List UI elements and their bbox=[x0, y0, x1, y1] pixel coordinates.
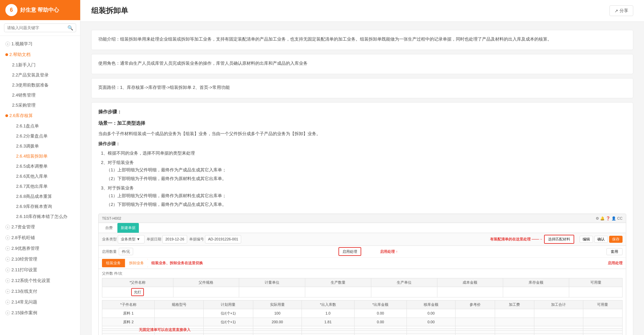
cell-child-1: 原料 1 bbox=[102, 309, 155, 318]
cell-prod-qty bbox=[305, 287, 371, 297]
search-area: 🔍 bbox=[0, 20, 80, 36]
step-3: 3、对于拆装业务 （1）上部明细为父件明细，最终作为原材料生成其它出库单； （2… bbox=[101, 184, 626, 208]
sidebar-item-ops[interactable]: + 2.10经营管理 bbox=[0, 254, 80, 265]
sidebar-item-label: 2.14常见问题 bbox=[11, 299, 37, 305]
expand-icon: + bbox=[5, 289, 10, 294]
intro-role-text: 使用角色：通常由生产人员或库管人员完成拆装业务的操作，库管人员确认原材料的出库和… bbox=[98, 60, 626, 67]
mock-enable-field[interactable]: 启用处理 bbox=[338, 247, 361, 256]
step-2-2: （2）下部明细为子件明细，最终作为原材料生成其它出库单。 bbox=[106, 175, 626, 182]
sidebar-item-newcomer[interactable]: 2.1新手入门 bbox=[0, 60, 80, 70]
sidebar: 6 好生意 帮助中心 🔍 + 1.视频学习 2.帮助文档 2.1新手入门 2.2… bbox=[0, 0, 80, 335]
mock-toolbar: 业务类型 业务类型 ▼ 单据日期 2019-12-26 单据编号 AD-2019… bbox=[99, 233, 626, 246]
sidebar-item-label: 2.7资金管理 bbox=[11, 224, 35, 230]
search-input-wrap[interactable]: 🔍 bbox=[4, 23, 76, 32]
page-title: 组装拆卸单 bbox=[91, 6, 128, 16]
sidebar-item-prepare[interactable]: 2.3使用前数据准备 bbox=[0, 80, 80, 90]
mock-lower-section: *子件名称 规格型号 计划用量 实际用量 *出入库数 *出库金额 移库金额 参考… bbox=[99, 299, 626, 335]
sidebar-item-inv-10[interactable]: 2.6.10库存账本错了怎么办 bbox=[0, 212, 80, 222]
steps-list: 1、根据不同的业务，选择不同单据的类型来处理 2、对于组装业务 （1）上部明细为… bbox=[101, 150, 626, 208]
sidebar-item-sales[interactable]: 2.4销售管理 bbox=[0, 90, 80, 100]
active-dot bbox=[5, 114, 8, 117]
toolbar-docno-input[interactable]: AD-20191226-001 bbox=[205, 235, 241, 243]
toolbar-type-select[interactable]: 业务类型 ▼ bbox=[118, 235, 145, 243]
step-1: 1、根据不同的业务，选择不同单据的类型来处理 bbox=[101, 150, 626, 157]
mock-tab-assembly[interactable]: 组装业务 bbox=[102, 259, 125, 267]
search-input[interactable] bbox=[7, 25, 67, 30]
sidebar-item-install[interactable]: 2.2产品安装及登录 bbox=[0, 70, 80, 80]
annotation-tabs-text: 组装业务、拆卸业务在这里切换 bbox=[151, 260, 203, 266]
sidebar-item-label: 2.6库存核算 bbox=[9, 113, 33, 119]
share-button[interactable]: ↗ 分享 bbox=[609, 5, 633, 16]
sidebar-item-purchase[interactable]: 2.5采购管理 bbox=[0, 100, 80, 110]
sidebar-item-inv-4[interactable]: 2.6.4组装拆卸单 bbox=[0, 151, 80, 161]
sidebar-item-print[interactable]: + 2.11打印设置 bbox=[0, 265, 80, 275]
sidebar-item-inv-1[interactable]: 2.6.1盘点单 bbox=[0, 121, 80, 131]
cell-cost bbox=[437, 287, 503, 297]
sidebar-item-online-pay[interactable]: + 2.13在线支付 bbox=[0, 286, 80, 297]
cell-avail bbox=[569, 287, 623, 297]
step-2-1: （1）上部明细为父件明细，最终作为产成品生成其它入库单； bbox=[106, 166, 626, 174]
cell-inv bbox=[503, 287, 569, 297]
sidebar-item-inventory[interactable]: 2.6库存核算 bbox=[0, 110, 80, 121]
col-unit: 计量单位 bbox=[239, 278, 305, 287]
table-row: 原料 2 位/(个+1) 200.00 1.81 0.00 0.00 bbox=[102, 318, 623, 326]
mock-enable-input[interactable]: 件/元 bbox=[119, 248, 133, 256]
sidebar-item-label: 2.10经营管理 bbox=[11, 256, 37, 262]
sidebar-item-inv-9[interactable]: 2.6.9库存账本查询 bbox=[0, 202, 80, 212]
sidebar-item-inv-8[interactable]: 2.6.8商品成本重算 bbox=[0, 191, 80, 202]
sidebar-item-label: 2.13在线支付 bbox=[11, 288, 37, 294]
annotation-enable2-text: 启用处理 bbox=[608, 260, 623, 266]
sidebar-item-cases[interactable]: + 2.15操作案例 bbox=[0, 308, 80, 318]
mock-nav-new[interactable]: 新建单据 bbox=[117, 223, 139, 233]
col-parent-name: *父件名称 bbox=[102, 278, 173, 287]
cell-parent-name-box[interactable]: 光灯 bbox=[131, 288, 144, 296]
step-3-1: （1）上部明细为父件明细，最终作为原材料生成其它出库单； bbox=[106, 192, 626, 200]
sidebar-item-label: 2.11打印设置 bbox=[11, 267, 37, 273]
mock-row-enable: 启用数量 件/元 启用处理 启用处理 ↑ 套用 bbox=[99, 246, 626, 258]
sidebar-item-inv-6[interactable]: 2.6.6其他入库单 bbox=[0, 171, 80, 181]
mock-upper-table: *父件名称 父件规格 计量单位 生产数量 生产单位 成本金额 库存金额 可用量 bbox=[102, 278, 623, 297]
col-actual-qty: 实际用量 bbox=[253, 300, 302, 309]
sidebar-item-inv-3[interactable]: 2.6.3调拨单 bbox=[0, 141, 80, 151]
expand-icon: + bbox=[5, 278, 10, 283]
sidebar-header: 6 好生意 帮助中心 bbox=[0, 0, 80, 20]
mock-section-tabs-row: 组装业务 拆卸业务 组装业务、拆卸业务在这里切换 启用处理 bbox=[99, 258, 626, 269]
expand-icon: + bbox=[5, 42, 10, 46]
mock-tab-disassembly[interactable]: 拆卸业务 bbox=[125, 259, 148, 267]
sidebar-item-docs[interactable]: 2.帮助文档 bbox=[0, 49, 80, 60]
toolbar-save-btn[interactable]: 保存 bbox=[609, 236, 623, 243]
mock-nav-home[interactable]: 自费 bbox=[102, 223, 116, 233]
sidebar-item-coupon[interactable]: + 2.9优惠券管理 bbox=[0, 243, 80, 254]
sidebar-nav: + 1.视频学习 2.帮助文档 2.1新手入门 2.2产品安装及登录 2.3使用… bbox=[0, 36, 80, 335]
expand-icon: + bbox=[5, 225, 10, 229]
sidebar-item-label: 2.12系统个性化设置 bbox=[11, 278, 50, 284]
sidebar-item-label: 1.视频学习 bbox=[11, 41, 33, 47]
search-icon[interactable]: 🔍 bbox=[67, 25, 73, 31]
mock-apply-btn[interactable]: 套用 bbox=[606, 248, 623, 255]
annotation-bom-text: 有装配清单的在这里处理 ——→ bbox=[490, 236, 543, 242]
intro-function-card: 功能介绍：组装拆卸单用来处理企业组装或拆卸等加工业务，支持有固定装配清单的产品加… bbox=[91, 30, 633, 50]
sidebar-item-faq[interactable]: + 2.14常见问题 bbox=[0, 297, 80, 308]
col-child-name: *子件名称 bbox=[102, 300, 155, 309]
sidebar-item-mobile[interactable]: + 2.8手机旺铺 bbox=[0, 232, 80, 243]
main-header: 组装拆卸单 ↗ 分享 bbox=[80, 0, 644, 22]
toolbar-date-label: 单据日期 bbox=[147, 236, 161, 242]
expand-icon: + bbox=[5, 246, 10, 251]
mock-bom-btn[interactable]: 选择匹配材料 bbox=[544, 235, 574, 244]
sidebar-item-inv-2[interactable]: 2.6.2分量盘点单 bbox=[0, 131, 80, 141]
col-process-total: 加工合计 bbox=[534, 300, 583, 309]
intro-role-card: 使用角色：通常由生产人员或库管人员完成拆装业务的操作，库管人员确认原材料的出库和… bbox=[91, 54, 633, 74]
sidebar-item-finance[interactable]: + 2.7资金管理 bbox=[0, 222, 80, 232]
sidebar-item-inv-5[interactable]: 2.6.5成本调整单 bbox=[0, 161, 80, 171]
screenshot-body: 自费 新建单据 业务类型 业务类型 ▼ 单据日期 2019-12-26 bbox=[99, 223, 626, 335]
toolbar-confirm-btn[interactable]: 确认 bbox=[594, 236, 608, 243]
sidebar-item-inv-7[interactable]: 2.6.7其他出库单 bbox=[0, 181, 80, 191]
table-row: 原料 1 位/(个+1) 100 1.0 0.00 0.00 bbox=[102, 309, 623, 318]
sidebar-item-label: 2.帮助文档 bbox=[9, 52, 31, 58]
app-logo: 6 bbox=[5, 4, 17, 16]
sidebar-item-video[interactable]: + 1.视频学习 bbox=[0, 39, 80, 49]
sidebar-item-customize[interactable]: + 2.12系统个性化设置 bbox=[0, 275, 80, 286]
toolbar-date-input[interactable]: 2019-12-26 bbox=[162, 235, 187, 243]
cell-prod-unit bbox=[371, 287, 437, 297]
toolbar-edit-btn[interactable]: 编辑 bbox=[580, 236, 593, 243]
